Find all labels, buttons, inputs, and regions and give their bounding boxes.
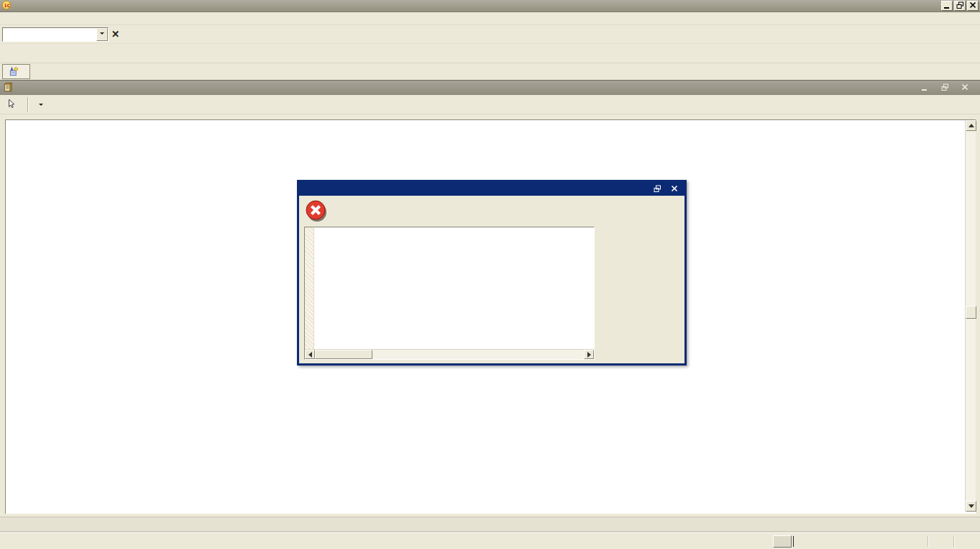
panel-tab-sales-workplace[interactable] — [2, 64, 30, 79]
panel-tab-strip — [0, 63, 980, 80]
hscrollbar-thumb[interactable] — [315, 350, 372, 359]
restore-button[interactable] — [954, 1, 966, 11]
vertical-scrollbar[interactable] — [965, 120, 976, 512]
error-text-area[interactable] — [304, 227, 595, 360]
combobox-dropdown-button[interactable] — [96, 28, 108, 41]
mdi-toolbar — [0, 95, 980, 114]
text-caret — [793, 536, 794, 547]
dialog-maximize-button[interactable] — [652, 183, 662, 195]
minimize-button[interactable] — [941, 1, 953, 11]
scroll-down-button[interactable] — [966, 501, 976, 512]
status-bar — [0, 532, 980, 549]
clear-search-button[interactable]: ✕ — [109, 27, 122, 42]
app-logo-icon: 1С — [1, 0, 12, 12]
toolbar-main: ✕ — [0, 25, 980, 44]
scroll-right-button[interactable] — [584, 350, 594, 359]
select-cursor-icon — [7, 99, 17, 110]
table-header-row — [6, 120, 976, 132]
desktop-tab-icon — [9, 66, 19, 78]
mdi-title-bar — [0, 80, 980, 95]
window-tab-bar — [0, 517, 980, 532]
app-title-bar: 1С — [0, 0, 980, 12]
search-combobox[interactable] — [2, 27, 109, 42]
mdi-minimize-button[interactable] — [920, 82, 930, 94]
scroll-left-button[interactable] — [305, 350, 315, 359]
app-root: { "window": { "title": "1С:Предприятие -… — [0, 0, 980, 549]
scroll-up-button[interactable] — [966, 120, 976, 131]
error-icon — [305, 199, 328, 224]
dialog-title-bar — [299, 182, 684, 196]
error-dialog — [297, 180, 687, 366]
dialog-horizontal-scrollbar[interactable] — [305, 349, 594, 359]
journal-icon — [3, 82, 14, 94]
scrollbar-thumb[interactable] — [966, 306, 976, 319]
toolbar-commerce — [0, 44, 980, 63]
language-indicator[interactable] — [773, 535, 792, 548]
mdi-restore-button[interactable] — [940, 82, 950, 94]
actions-button[interactable] — [30, 96, 48, 112]
menu-bar — [0, 12, 980, 25]
select-button[interactable] — [2, 96, 25, 112]
error-gutter — [305, 227, 314, 349]
search-input[interactable] — [3, 28, 96, 41]
dialog-close-button[interactable] — [669, 183, 679, 195]
mdi-close-button[interactable] — [960, 82, 970, 94]
svg-text:1С: 1С — [4, 3, 11, 8]
close-button[interactable] — [967, 1, 979, 11]
error-text — [316, 230, 593, 348]
